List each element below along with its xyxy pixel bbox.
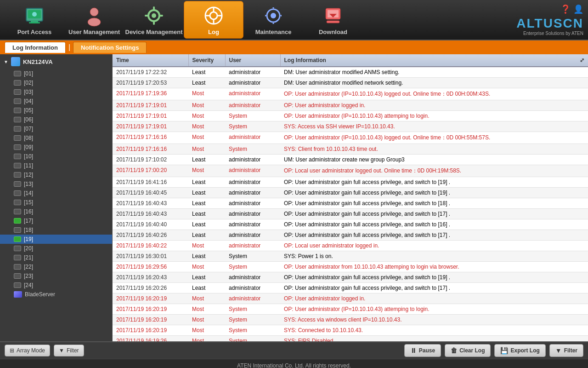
tab-notif-settings[interactable]: Notification Settings [73, 42, 147, 53]
sidebar-server-header[interactable]: ▼ KN2124VA [0, 54, 112, 69]
filter-button[interactable]: ▼ Filter [549, 344, 583, 357]
help-icon[interactable]: ❓ [560, 4, 571, 14]
sidebar-item-18[interactable]: [18] [0, 225, 112, 235]
user-icon[interactable]: 👤 [573, 4, 583, 14]
port-label-02: [02] [24, 80, 33, 86]
port-icon-20 [14, 246, 21, 251]
sidebar-item-06[interactable]: [06] [0, 115, 112, 124]
log-table[interactable]: Time Severity User Log Information ⤢ 201… [113, 54, 588, 341]
sidebar-item-10[interactable]: [10] [0, 152, 112, 161]
port-label-07: [07] [24, 126, 33, 132]
table-row[interactable]: 2017/11/19 16:30:01LeastSystemSYS: Power… [113, 251, 588, 262]
sidebar-item-02[interactable]: [02] [0, 78, 112, 87]
table-row[interactable]: 2017/11/19 17:16:16MostadministratorOP: … [113, 132, 588, 144]
cell-user-5: System [225, 121, 280, 132]
table-row[interactable]: 2017/11/19 16:40:43LeastadministratorOP:… [113, 198, 588, 209]
log-data-table: Time Severity User Log Information ⤢ 201… [113, 54, 588, 341]
sidebar-item-05[interactable]: [05] [0, 106, 112, 115]
cell-severity-24: Most [188, 325, 225, 336]
sidebar-item-16[interactable]: [16] [0, 207, 112, 216]
cell-info-21: OP: User administrator logged in. [280, 293, 588, 304]
sidebar-item-03[interactable]: [03] [0, 87, 112, 97]
cell-info-9: OP: Local user administrator logged out.… [280, 165, 588, 177]
sidebar-item-04[interactable]: [04] [0, 97, 112, 106]
table-row[interactable]: 2017/11/19 17:10:02LeastadministratorUM:… [113, 155, 588, 165]
table-row[interactable]: 2017/11/19 16:40:45LeastadministratorOP:… [113, 188, 588, 198]
table-row[interactable]: 2017/11/19 16:40:43LeastadministratorOP:… [113, 209, 588, 219]
sidebar-item-17[interactable]: [17] [0, 216, 112, 225]
table-row[interactable]: 2017/11/19 16:20:19MostSystemSYS: Access… [113, 315, 588, 325]
clear-log-button[interactable]: 🗑 Clear Log [445, 344, 491, 357]
export-log-button[interactable]: 💾 Export Log [494, 344, 545, 357]
content-area: Time Severity User Log Information ⤢ 201… [113, 54, 588, 341]
sidebar-item-07[interactable]: [07] [0, 124, 112, 133]
port-icon-09 [14, 144, 21, 150]
sidebar-item-24[interactable]: [24] [0, 281, 112, 290]
cell-user-25: System [225, 336, 280, 342]
array-mode-button[interactable]: ⊞ Array Mode [5, 345, 50, 356]
sidebar-item-blade[interactable]: BladeServer [0, 290, 112, 299]
sidebar-ports: [01][02][03][04][05][06][07][08][09][10]… [0, 69, 112, 290]
sidebar-item-19[interactable]: [19] [0, 235, 112, 244]
table-row[interactable]: 2017/11/19 17:19:01MostSystemOP: User ad… [113, 111, 588, 121]
sidebar-item-01[interactable]: [01] [0, 69, 112, 78]
cell-severity-17: Least [188, 251, 225, 262]
footer-text: ATEN International Co. Ltd. All rights r… [237, 362, 351, 368]
tab-bar: Log Information | Notification Settings [0, 40, 588, 54]
sidebar-item-11[interactable]: [11] [0, 161, 112, 170]
table-row[interactable]: 2017/11/19 17:00:20MostadministratorOP: … [113, 165, 588, 177]
table-row[interactable]: 2017/11/19 17:19:36MostadministratorOP: … [113, 88, 588, 100]
table-row[interactable]: 2017/11/19 16:40:22MostadministratorOP: … [113, 241, 588, 251]
nav-device-mgmt[interactable]: Device Management [124, 1, 184, 39]
nav-log[interactable]: Log [184, 1, 243, 39]
table-row[interactable]: 2017/11/19 16:20:19MostSystemOP: User ad… [113, 304, 588, 315]
table-row[interactable]: 2017/11/19 16:41:16LeastadministratorOP:… [113, 177, 588, 188]
table-row[interactable]: 2017/11/19 17:16:16MostSystemSYS: Client… [113, 144, 588, 155]
sidebar-item-12[interactable]: [12] [0, 170, 112, 179]
sidebar-item-08[interactable]: [08] [0, 133, 112, 143]
sidebar-item-14[interactable]: [14] [0, 189, 112, 198]
filter-sidebar-button[interactable]: ▼ Filter [54, 345, 84, 356]
table-row[interactable]: 2017/11/19 16:40:40LeastadministratorOP:… [113, 219, 588, 230]
table-row[interactable]: 2017/11/19 17:22:32LeastadministratorDM:… [113, 67, 588, 78]
sidebar-item-20[interactable]: [20] [0, 244, 112, 253]
table-row[interactable]: 2017/11/19 16:20:19MostSystemSYS: Connec… [113, 325, 588, 336]
cell-severity-2: Most [188, 88, 225, 100]
cell-severity-5: Most [188, 121, 225, 132]
cell-user-13: administrator [225, 209, 280, 219]
sidebar-item-09[interactable]: [09] [0, 143, 112, 152]
table-row[interactable]: 2017/11/19 16:29:56MostSystemOP: User ad… [113, 262, 588, 272]
cell-severity-19: Least [188, 272, 225, 283]
nav-download[interactable]: Download [303, 1, 363, 39]
cell-severity-7: Most [188, 144, 225, 155]
table-row[interactable]: 2017/11/19 16:20:43LeastadministratorOP:… [113, 272, 588, 283]
cell-info-8: UM: User administrator create new group … [280, 155, 588, 165]
table-row[interactable]: 2017/11/19 16:20:19MostadministratorOP: … [113, 293, 588, 304]
table-row[interactable]: 2017/11/19 16:40:26LeastadministratorOP:… [113, 230, 588, 241]
tab-log-info[interactable]: Log Information [5, 42, 66, 53]
table-row[interactable]: 2017/11/19 17:19:01MostadministratorOP: … [113, 100, 588, 111]
cell-info-22: OP: User administrator (IP=10.10.10.43) … [280, 304, 588, 315]
table-row[interactable]: 2017/11/19 17:20:53LeastadministratorDM:… [113, 78, 588, 88]
sidebar-item-13[interactable]: [13] [0, 179, 112, 189]
sidebar-item-22[interactable]: [22] [0, 262, 112, 271]
table-row[interactable]: 2017/11/19 16:19:26MostSystemSYS: FIPS D… [113, 336, 588, 342]
cell-time-17: 2017/11/19 16:30:01 [113, 251, 188, 262]
cell-user-19: administrator [225, 272, 280, 283]
nav-port-access[interactable]: Port Access [5, 1, 64, 39]
pause-button[interactable]: ⏸ Pause [404, 344, 441, 357]
nav-user-mgmt[interactable]: User Management [64, 1, 124, 39]
sidebar-item-23[interactable]: [23] [0, 271, 112, 281]
port-label-09: [09] [24, 144, 33, 150]
sidebar-item-15[interactable]: [15] [0, 198, 112, 207]
cell-user-18: System [225, 262, 280, 272]
port-icon-13 [14, 181, 21, 187]
nav-user-mgmt-label: User Management [68, 29, 120, 35]
table-row[interactable]: 2017/11/19 17:19:01MostSystemSYS: Access… [113, 121, 588, 132]
nav-device-mgmt-label: Device Management [125, 29, 183, 35]
nav-maintenance[interactable]: Maintenance [243, 1, 303, 39]
port-icon-07 [14, 126, 21, 132]
table-row[interactable]: 2017/11/19 16:20:26LeastadministratorOP:… [113, 283, 588, 293]
expand-icon[interactable]: ⤢ [580, 57, 584, 63]
sidebar-item-21[interactable]: [21] [0, 253, 112, 262]
